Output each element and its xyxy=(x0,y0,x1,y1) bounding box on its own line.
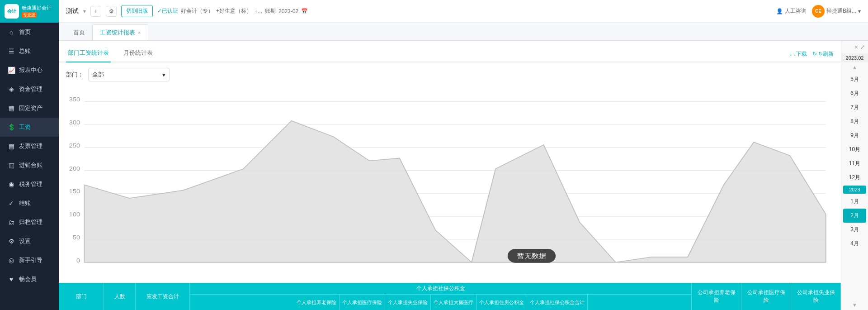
panel-down-arrow[interactable]: ▼ xyxy=(841,300,868,310)
dropdown-arrow-icon[interactable]: ▾ xyxy=(83,8,86,14)
sidebar-item-salary[interactable]: 💲 工资 xyxy=(0,118,59,137)
panel-scroll: 5月 6月 7月 8月 9月 10月 11月 12月 2023 1月 2月 3月… xyxy=(841,72,868,300)
svg-text:50: 50 xyxy=(73,234,80,241)
col-total-salary: 应发工资合计 xyxy=(136,283,190,310)
sidebar-item-assets[interactable]: ▦ 固定资产 xyxy=(0,99,59,118)
sidebar-item-guide[interactable]: ◎ 新手引导 xyxy=(0,251,59,270)
svg-text:350: 350 xyxy=(69,96,80,103)
avatar: CE xyxy=(812,5,825,18)
sub-tabs: 部门工资统计表 月份统计表 ↓ ↓下载 ↻ ↻刷新 xyxy=(59,41,841,62)
home-icon: ⌂ xyxy=(7,29,15,36)
refresh-button[interactable]: ↻ ↻刷新 xyxy=(812,50,834,58)
panel-item-feb[interactable]: 2月 xyxy=(843,209,866,223)
sales-icon: ▥ xyxy=(7,162,15,169)
ai-consult-button[interactable]: 👤 人工咨询 xyxy=(776,7,807,15)
tab-bar: 首页 工资统计报表 × xyxy=(59,23,868,41)
col-personal-medical: 个人承担医疗保险 xyxy=(340,295,385,310)
sidebar-item-vip[interactable]: ♥ 畅会员 xyxy=(0,270,59,289)
tab-salary-report[interactable]: 工资统计报表 × xyxy=(92,24,148,40)
panel-expand-icon[interactable]: ⤢ xyxy=(860,43,865,51)
svg-text:150: 150 xyxy=(69,188,80,195)
logo-badge: 专业版 xyxy=(22,12,37,18)
reports-icon: 📈 xyxy=(7,67,15,74)
user-dropdown-icon: ▾ xyxy=(858,8,861,14)
sidebar-item-ledger[interactable]: ☰ 总账 xyxy=(0,42,59,61)
panel-item-jun[interactable]: 6月 xyxy=(841,86,868,100)
panel-close-icon[interactable]: × xyxy=(854,43,858,51)
sidebar-item-archive[interactable]: 🗂 归档管理 xyxy=(0,213,59,232)
tab-close-icon[interactable]: × xyxy=(138,30,141,35)
panel-item-may[interactable]: 5月 xyxy=(841,72,868,86)
ledger-icon: ☰ xyxy=(7,48,15,55)
svg-text:250: 250 xyxy=(69,142,80,149)
download-button[interactable]: ↓ ↓下载 xyxy=(789,50,807,58)
logo-text: 畅康通好会计 xyxy=(22,5,52,11)
archive-icon: 🗂 xyxy=(7,219,15,226)
col-dept: 部门 xyxy=(59,283,104,310)
svg-text:100: 100 xyxy=(69,211,80,218)
assets-icon: ▦ xyxy=(7,105,15,112)
settings-header-button[interactable]: ⚙ xyxy=(106,6,117,17)
add-button[interactable]: + xyxy=(90,6,101,17)
col-company-pension: 公司承担养老保险 xyxy=(692,283,741,310)
sidebar: 会计 畅康通好会计 专业版 ⌂ 首页 ☰ 总账 📈 报表中心 ◈ 资金管理 ▦ … xyxy=(0,0,59,310)
panel-item-aug[interactable]: 8月 xyxy=(841,114,868,129)
col-company-unemployment: 公司承担失业保险 xyxy=(791,283,841,310)
svg-text:暂无数据: 暂无数据 xyxy=(517,252,546,259)
sidebar-item-funds[interactable]: ◈ 资金管理 xyxy=(0,80,59,99)
sidebar-item-invoice[interactable]: ▤ 发票管理 xyxy=(0,137,59,156)
sidebar-item-checkout[interactable]: ✓ 结账 xyxy=(0,194,59,213)
period-label: 账期 xyxy=(265,7,276,15)
panel-item-jul[interactable]: 7月 xyxy=(841,100,868,114)
panel-item-jan[interactable]: 1月 xyxy=(841,195,868,209)
more-tag: +... xyxy=(255,8,262,14)
sidebar-item-reports[interactable]: 📈 报表中心 xyxy=(0,61,59,80)
header-tags: ✓已认证 好会计（专） +好生意（标） +... 账期 2023-02 📅 xyxy=(157,7,772,15)
panel-item-oct[interactable]: 10月 xyxy=(841,143,868,157)
header-actions: 👤 人工咨询 CE 轻捷通B组... ▾ xyxy=(776,5,861,18)
salary-icon: 💲 xyxy=(7,124,15,131)
panel-item-sep[interactable]: 9月 xyxy=(841,129,868,143)
sidebar-item-tax[interactable]: ◉ 税务管理 xyxy=(0,175,59,194)
verified-tag: ✓已认证 xyxy=(157,7,178,15)
user-menu[interactable]: CE 轻捷通B组... ▾ xyxy=(812,5,861,18)
sidebar-nav: ⌂ 首页 ☰ 总账 📈 报表中心 ◈ 资金管理 ▦ 固定资产 💲 工资 ▤ 发票… xyxy=(0,23,59,310)
sub-tab-monthly[interactable]: 月份统计表 xyxy=(122,46,155,62)
svg-text:200: 200 xyxy=(69,165,80,172)
panel-item-nov[interactable]: 11月 xyxy=(841,157,868,171)
checkout-icon: ✓ xyxy=(7,200,15,207)
sidebar-item-settings[interactable]: ⚙ 设置 xyxy=(0,232,59,251)
vip-icon: ♥ xyxy=(7,276,15,283)
svg-text:300: 300 xyxy=(69,119,80,126)
col-company-medical: 公司承担医疗保险 xyxy=(741,283,791,310)
calendar-icon[interactable]: 📅 xyxy=(301,8,308,14)
top-header: 测试 ▾ + ⚙ 切到旧版 ✓已认证 好会计（专） +好生意（标） +... 账… xyxy=(59,0,868,23)
invoice-icon: ▤ xyxy=(7,143,15,150)
dept-filter-label: 部门： xyxy=(66,71,84,79)
ai-icon: 👤 xyxy=(776,8,783,14)
col-count: 人数 xyxy=(104,283,136,310)
panel-up-arrow[interactable]: ▲ xyxy=(841,62,868,72)
sub-tabs-actions: ↓ ↓下载 ↻ ↻刷新 xyxy=(789,50,834,58)
funds-icon: ◈ xyxy=(7,86,15,93)
switch-old-version-button[interactable]: 切到旧版 xyxy=(121,5,153,17)
col-personal-unemployment: 个人承担失业保险 xyxy=(385,295,431,310)
panel-item-mar[interactable]: 3月 xyxy=(841,223,868,237)
tax-icon: ◉ xyxy=(7,181,15,188)
tab-home[interactable]: 首页 xyxy=(66,25,92,40)
col-personal-total: 个人承担社保公积金合计 xyxy=(527,295,588,310)
refresh-icon: ↻ xyxy=(812,51,817,57)
settings-icon: ⚙ xyxy=(7,238,15,245)
app-logo: 会计 畅康通好会计 专业版 xyxy=(0,0,59,23)
sidebar-item-sales[interactable]: ▥ 进销台账 xyxy=(0,156,59,175)
panel-close-row: × ⤢ xyxy=(841,41,868,53)
panel-item-dec[interactable]: 12月 xyxy=(841,171,868,185)
guide-icon: ◎ xyxy=(7,257,15,264)
table-header: 部门 人数 应发工资合计 个人承担社保公积金 个人承担养老保险 个人承担医疗保险… xyxy=(59,283,841,310)
sidebar-item-home[interactable]: ⌂ 首页 xyxy=(0,23,59,42)
panel-item-apr[interactable]: 4月 xyxy=(841,237,868,251)
header-title: 测试 xyxy=(66,7,79,15)
sub-tab-dept[interactable]: 部门工资统计表 xyxy=(66,46,111,62)
dept-filter-select[interactable]: 全部 ▾ xyxy=(88,68,170,81)
chart-svg: 0 50 100 150 200 250 300 350 xyxy=(63,91,832,278)
